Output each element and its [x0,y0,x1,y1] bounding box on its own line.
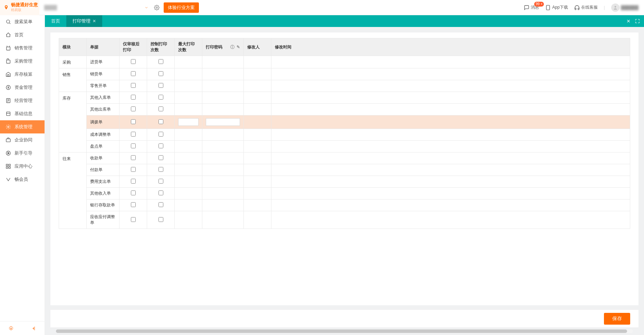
tab[interactable]: 打印管理✕ [66,15,102,27]
svg-rect-20 [6,164,8,166]
audit-checkbox[interactable] [131,217,136,222]
tab[interactable]: 首页 [45,15,66,27]
max-cell [175,152,202,164]
collapse-icon[interactable] [31,326,36,331]
experience-button[interactable]: 体验行业方案 [164,2,199,13]
sidebar-item-bag[interactable]: 采购管理 [0,55,45,68]
ctrl-checkbox[interactable] [158,119,163,124]
close-tab-icon[interactable] [626,19,631,24]
ctrl-cell [147,164,175,176]
ctrl-checkbox[interactable] [158,190,163,195]
collab-icon [6,137,11,143]
sidebar-item-home[interactable]: 首页 [0,28,45,41]
ctrl-checkbox[interactable] [158,132,163,137]
sidebar-item-apps[interactable]: 应用中心 [0,160,45,173]
audit-checkbox[interactable] [131,132,136,137]
th-audit: 仅审核后打印 [119,38,147,56]
audit-checkbox[interactable] [131,202,136,207]
sidebar-footer [0,321,45,335]
audit-checkbox[interactable] [131,190,136,195]
horizontal-scrollbar[interactable] [56,329,633,333]
company-name: ████ [44,5,57,10]
company-select[interactable]: ████ [44,5,99,10]
sidebar-item-search[interactable]: 搜索菜单 [0,15,45,28]
app-download-link[interactable]: App下载 [545,4,568,10]
max-print-input[interactable] [178,118,199,126]
audit-cell [119,176,147,188]
modtime-cell [271,164,630,176]
modby-cell [244,141,271,152]
help-icon[interactable]: ⓘ [230,44,234,50]
modtime-cell [271,211,630,229]
sidebar-item-vip[interactable]: 畅会员 [0,173,45,186]
audit-checkbox[interactable] [131,167,136,172]
audit-cell [119,141,147,152]
audit-checkbox[interactable] [131,83,136,88]
cart-icon [6,45,11,51]
base-icon [6,111,11,117]
ctrl-checkbox[interactable] [158,71,163,76]
audit-checkbox[interactable] [131,71,136,76]
ctrl-checkbox[interactable] [158,95,163,100]
audit-checkbox[interactable] [131,179,136,184]
sidebar-item-base[interactable]: 基础信息 [0,107,45,120]
sidebar: 搜索菜单首页销售管理采购管理库存核算资金管理经营管理基础信息系统管理企业协同新手… [0,15,45,335]
modtime-cell [271,104,630,115]
edit-icon[interactable]: ✎ [237,45,240,49]
ctrl-checkbox[interactable] [158,155,163,160]
audit-cell [119,211,147,229]
sidebar-item-gear[interactable]: 系统管理 [0,120,45,133]
gear-icon[interactable] [154,5,160,10]
avatar-icon [611,3,619,12]
audit-cell [119,115,147,129]
messages-link[interactable]: 消息 99 + [524,4,539,10]
ctrl-checkbox[interactable] [158,83,163,88]
table-row: 费用支出单 [59,176,630,188]
tab-label: 打印管理 [73,18,90,24]
sidebar-item-warehouse[interactable]: 库存核算 [0,68,45,81]
audit-checkbox[interactable] [131,95,136,100]
table-row: 付款单 [59,164,630,176]
audit-checkbox[interactable] [131,106,136,111]
ctrl-checkbox[interactable] [158,106,163,111]
online-service-link[interactable]: 在线客服 [574,4,598,10]
sidebar-item-money[interactable]: 资金管理 [0,81,45,94]
audit-checkbox[interactable] [131,59,136,64]
sidebar-item-cart[interactable]: 销售管理 [0,41,45,55]
ctrl-checkbox[interactable] [158,167,163,172]
max-cell [175,199,202,211]
ctrl-checkbox[interactable] [158,179,163,184]
fullscreen-icon[interactable] [635,19,640,24]
vip-icon [6,177,11,182]
audit-checkbox[interactable] [131,143,136,148]
audit-checkbox[interactable] [131,119,136,124]
ctrl-cell [147,152,175,164]
chevron-down-icon[interactable] [144,6,148,10]
ctrl-checkbox[interactable] [158,217,163,222]
scrollbar-thumb[interactable] [56,329,627,333]
ctrl-checkbox[interactable] [158,59,163,64]
table-row: 销售销货单 [59,68,630,80]
audit-checkbox[interactable] [131,155,136,160]
user-menu[interactable]: ██████ [611,3,638,12]
ctrl-cell [147,199,175,211]
max-cell [175,115,202,129]
max-cell [175,188,202,199]
save-button[interactable]: 保存 [604,313,630,325]
logo[interactable]: 畅捷通好生意 精易版 [0,0,39,15]
ctrl-checkbox[interactable] [158,202,163,207]
audit-cell [119,152,147,164]
warehouse-icon [6,72,11,77]
modtime-cell [271,176,630,188]
sidebar-item-report[interactable]: 经营管理 [0,94,45,107]
th-doc: 单据 [87,38,119,56]
print-pwd-input[interactable] [206,118,240,126]
sidebar-item-guide[interactable]: 新手引导 [0,147,45,160]
settings-icon[interactable] [8,326,14,331]
sidebar-item-collab[interactable]: 企业协同 [0,133,45,147]
ctrl-checkbox[interactable] [158,143,163,148]
gear-icon [6,124,11,130]
modby-cell [244,80,271,92]
close-icon[interactable]: ✕ [93,19,96,24]
ctrl-cell [147,188,175,199]
